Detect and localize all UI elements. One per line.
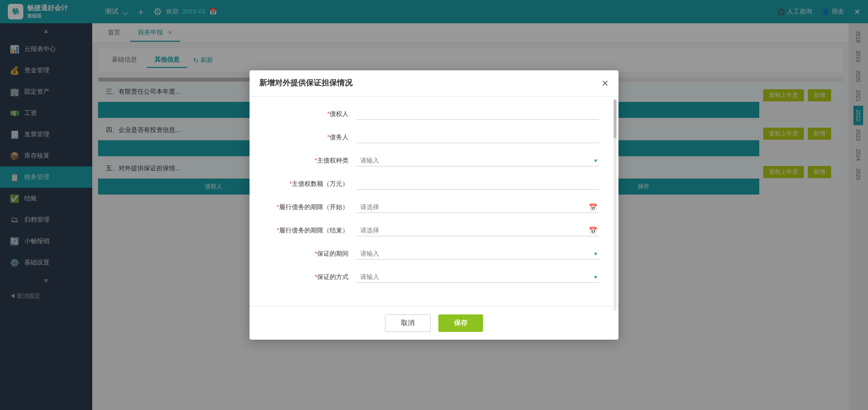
modal-overlay[interactable]: 新增对外提供保证担保情况 ✕ *债权人 *债务人 *主债权种类 — [0, 0, 868, 410]
modal-save-btn[interactable]: 保存 — [438, 314, 483, 332]
input-creditor[interactable] — [356, 108, 599, 120]
form-row-guarantee-period: *保证的期间 ▾ — [269, 248, 599, 260]
modal-header: 新增对外提供保证担保情况 ✕ — [250, 70, 618, 97]
label-debt-amount: *主债权数额（万元） — [269, 180, 356, 188]
form-row-debt-type: *主债权种类 ▾ — [269, 155, 599, 166]
chevron-guarantee-method: ▾ — [594, 274, 599, 280]
select-guarantee-period[interactable]: ▾ — [356, 248, 599, 260]
modal-close-btn[interactable]: ✕ — [601, 79, 609, 88]
modal-scrollbar[interactable] — [614, 99, 617, 311]
label-date-end: *履行债务的期限（结束） — [269, 226, 356, 235]
form-row-date-start: *履行债务的期限（开始） 📅 — [269, 201, 599, 213]
modal-scrollbar-thumb — [614, 99, 617, 138]
label-debtor: *债务人 — [269, 133, 356, 142]
date-end-wrapper[interactable]: 📅 — [356, 225, 599, 236]
calendar-start-icon: 📅 — [589, 203, 599, 211]
chevron-debt-type: ▾ — [594, 157, 599, 164]
calendar-end-icon: 📅 — [589, 227, 599, 234]
label-date-start: *履行债务的期限（开始） — [269, 203, 356, 212]
modal-dialog: 新增对外提供保证担保情况 ✕ *债权人 *债务人 *主债权种类 — [250, 70, 618, 340]
input-date-end[interactable] — [356, 225, 589, 236]
select-guarantee-method[interactable]: ▾ — [356, 271, 599, 283]
modal-cancel-btn[interactable]: 取消 — [385, 314, 431, 332]
form-row-date-end: *履行债务的期限（结束） 📅 — [269, 225, 599, 236]
modal-title: 新增对外提供保证担保情况 — [259, 78, 352, 88]
modal-body: *债权人 *债务人 *主债权种类 ▾ — [250, 97, 618, 306]
input-debt-amount[interactable] — [356, 178, 599, 190]
form-row-debtor: *债务人 — [269, 131, 599, 143]
label-debt-type: *主债权种类 — [269, 156, 356, 165]
input-debt-type[interactable] — [356, 155, 594, 166]
input-date-start[interactable] — [356, 201, 589, 213]
input-guarantee-period[interactable] — [356, 248, 594, 259]
select-debt-type[interactable]: ▾ — [356, 155, 599, 166]
input-guarantee-method[interactable] — [356, 271, 594, 282]
input-debtor[interactable] — [356, 131, 599, 143]
date-start-wrapper[interactable]: 📅 — [356, 201, 599, 213]
chevron-guarantee-period: ▾ — [594, 250, 599, 257]
label-guarantee-period: *保证的期间 — [269, 249, 356, 258]
form-row-guarantee-method: *保证的方式 ▾ — [269, 271, 599, 283]
modal-footer: 取消 保存 — [250, 306, 618, 340]
form-row-creditor: *债权人 — [269, 108, 599, 120]
form-row-debt-amount: *主债权数额（万元） — [269, 178, 599, 190]
label-creditor: *债权人 — [269, 110, 356, 118]
label-guarantee-method: *保证的方式 — [269, 273, 356, 281]
